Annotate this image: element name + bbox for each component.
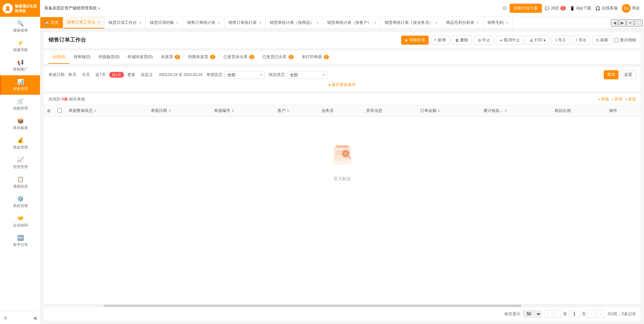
payment-select[interactable]: 全部 — [287, 71, 327, 79]
message-button[interactable]: 💬 消息 6 — [545, 5, 566, 11]
sidebar-item-finance[interactable]: 💰 资金管理 — [0, 134, 40, 153]
tab-close-icon[interactable]: ✕ — [374, 21, 376, 25]
table-toolbar: 共找到 0条 相关单据 审核 弃审 发货 — [44, 94, 641, 105]
date-more-btn[interactable]: 更多 — [125, 71, 137, 78]
add-button[interactable]: + 新增 — [431, 36, 449, 45]
next-page-button[interactable]: › — [587, 310, 595, 318]
filter-tab-overdue-unshipped[interactable]: 到期未发货 0 — [184, 51, 219, 64]
sidebar-settings-btn[interactable]: ⚙ — [3, 315, 8, 321]
user-menu[interactable]: Ea 用友 — [622, 4, 640, 13]
headset-icon: 🎧 — [595, 6, 600, 11]
tab-sales-person-stats[interactable]: 销货单统计表（按业务员） ✕ — [381, 17, 442, 28]
gear-icon: ⚙️ — [17, 196, 24, 202]
sidebar-item-quick-nav[interactable]: ⚡ 快捷导航 — [0, 36, 40, 56]
tab-reconcile[interactable]: 钱货日清对账 ✕ — [146, 17, 183, 28]
date-custom-btn[interactable]: 自定义 — [139, 71, 155, 78]
horizontal-scrollbar[interactable] — [103, 305, 521, 307]
tab-maximize-button[interactable]: ⛶ — [635, 19, 643, 27]
print-button[interactable]: 🖨 打印 ▾ — [526, 36, 549, 45]
filter-tab-unshipped[interactable]: 未发货 0 — [157, 51, 184, 64]
industry-solution-button[interactable]: 体验行业方案 — [510, 4, 542, 13]
page-text: 第 — [563, 311, 567, 317]
empty-illustration — [326, 137, 359, 170]
filter-tab-unprinted[interactable]: 未打印单据 0 — [298, 51, 333, 64]
tab-order-exec[interactable]: 销售订单执行表 ✕ — [224, 17, 266, 28]
stop-button[interactable]: ⊘ 中止 — [474, 36, 494, 45]
show-detail-checkbox[interactable] — [614, 38, 618, 42]
date-1month-btn[interactable]: 近1月 — [109, 72, 124, 78]
tab-cash-daily[interactable]: 钱货日清工作台 ✕ — [104, 17, 146, 28]
smart-create-button[interactable]: ★ 智能生单 — [401, 36, 429, 45]
app-download-button[interactable]: 📱 App下载 — [570, 5, 591, 11]
tab-customer-stats[interactable]: 销货单统计表（按客户） ✕ — [323, 17, 381, 28]
filter-tab-all[interactable]: 全部(0) — [48, 51, 70, 64]
next-page-icon: › — [591, 312, 592, 316]
online-service-button[interactable]: 🎧 在线客服 — [595, 5, 618, 11]
tab-margin-analysis[interactable]: 商品毛利分析表 ✕ — [442, 17, 483, 28]
phone-icon: 📱 — [570, 6, 575, 11]
tab-sales-margin[interactable]: 销售毛利 ✕ — [483, 17, 513, 28]
sidebar-item-marketing[interactable]: 📢 营销推广 — [0, 56, 40, 75]
refresh-button[interactable]: ↻ 刷新 — [592, 36, 612, 45]
show-detail-checkbox-label[interactable]: 显示明细 — [614, 37, 636, 43]
tab-goods-stats[interactable]: 销货单统计表（按商品） ✕ — [266, 17, 323, 28]
sidebar-item-basic-info[interactable]: 📋 基础信息 — [0, 173, 40, 192]
date-yesterday-btn[interactable]: 昨天 — [67, 71, 79, 78]
filter-tab-pending-check[interactable]: 待拣验货(0) — [94, 51, 124, 64]
status-select[interactable]: 全部 — [224, 71, 265, 79]
tab-scroll-left-button[interactable]: ◀ — [611, 19, 618, 27]
export-button[interactable]: ⤴ 导出 — [572, 36, 590, 45]
select-all-checkbox[interactable] — [57, 108, 62, 113]
delete-button[interactable]: 🗑 删除 — [452, 36, 472, 45]
tab-close-icon[interactable]: ✕ — [176, 21, 179, 25]
review-quick-btn[interactable]: 审核 — [598, 96, 609, 102]
topbar-settings-icon[interactable]: ⚙ — [502, 5, 507, 11]
sidebar-item-inventory[interactable]: 📦 库存核算 — [0, 114, 40, 134]
date-7days-btn[interactable]: 近7天 — [93, 71, 108, 78]
tab-close-icon[interactable]: ✕ — [217, 21, 220, 25]
cancel-stop-button[interactable]: ↩ 取消中止 — [496, 36, 524, 45]
first-page-button[interactable]: « — [544, 310, 552, 318]
sidebar-item-operation[interactable]: 📈 经营管理 — [0, 153, 40, 173]
filter-tab-shipped-not-out[interactable]: 已发货未出库 0 — [219, 51, 259, 64]
sidebar-item-cooperation[interactable]: 🤝 企业协同 — [0, 212, 40, 231]
tab-close-icon[interactable]: ✕ — [316, 21, 319, 25]
filter-tab-shipped-out[interactable]: 已发货已出库 0 — [258, 51, 298, 64]
tab-close-icon[interactable]: ✕ — [259, 21, 261, 25]
table-settings-icon[interactable]: ⚙ — [47, 109, 51, 113]
sidebar-collapse-btn[interactable]: ◀ — [33, 315, 37, 321]
sidebar-item-guide[interactable]: 🆕 新手引导 — [0, 231, 40, 251]
tab-close-icon[interactable]: ✕ — [139, 21, 141, 25]
query-button[interactable]: 查询 — [604, 70, 618, 79]
ship-quick-btn[interactable]: 发货 — [625, 96, 636, 102]
page-size-select[interactable]: 50 10 20 100 — [523, 310, 542, 318]
date-field: 单据日期 昨天 今天 近7天 近1月 更多 自定义 — [48, 71, 155, 78]
tab-close-icon[interactable]: ✕ — [97, 21, 100, 24]
import-button[interactable]: ⤵ 导入 — [551, 36, 570, 45]
last-page-button[interactable]: » — [597, 310, 605, 318]
list-icon: 📋 — [17, 176, 24, 183]
filter-tab-wangpu-pending[interactable]: 旺铺待发货(0) — [124, 51, 157, 64]
sidebar-item-purchase[interactable]: 🛒 采购管理 — [0, 95, 40, 114]
tab-sales-workbench[interactable]: 销售订单工作台 ✕ — [63, 17, 104, 29]
filter-tab-pending-review[interactable]: 待审核(0) — [70, 51, 95, 64]
tab-order-stats[interactable]: 销售订单统计表 ✕ — [183, 17, 224, 28]
date-today-btn[interactable]: 今天 — [80, 71, 92, 78]
expand-conditions-button[interactable]: ▾ 展开更多条件 — [329, 82, 356, 88]
reject-quick-btn[interactable]: 弃审 — [612, 96, 622, 102]
sidebar-item-system[interactable]: ⚙️ 系统管理 — [0, 192, 40, 212]
print-dropdown-icon: ▾ — [544, 38, 546, 43]
tab-scroll-right-button[interactable]: ▶ — [619, 19, 626, 27]
tab-close-icon[interactable]: ✕ — [506, 21, 508, 25]
page-number-input[interactable] — [568, 311, 581, 317]
sidebar-nav: 🔍 搜索菜单 ⚡ 快捷导航 📢 营销推广 📊 销售管理 🛒 采购管理 📦 库存核… — [0, 17, 40, 312]
sidebar-item-sales[interactable]: 📊 销售管理 — [0, 75, 40, 95]
tab-close-all-button[interactable]: ✕ — [627, 19, 634, 27]
settings-button[interactable]: 设置 — [620, 70, 636, 79]
tab-home[interactable]: 🏠 首页 — [40, 17, 63, 28]
prev-page-button[interactable]: ‹ — [554, 310, 562, 318]
tab-close-icon[interactable]: ✕ — [435, 21, 438, 25]
sidebar-item-search[interactable]: 🔍 搜索菜单 — [0, 17, 40, 36]
stop-icon: ⊘ — [478, 38, 481, 43]
tab-close-icon[interactable]: ✕ — [476, 21, 479, 25]
